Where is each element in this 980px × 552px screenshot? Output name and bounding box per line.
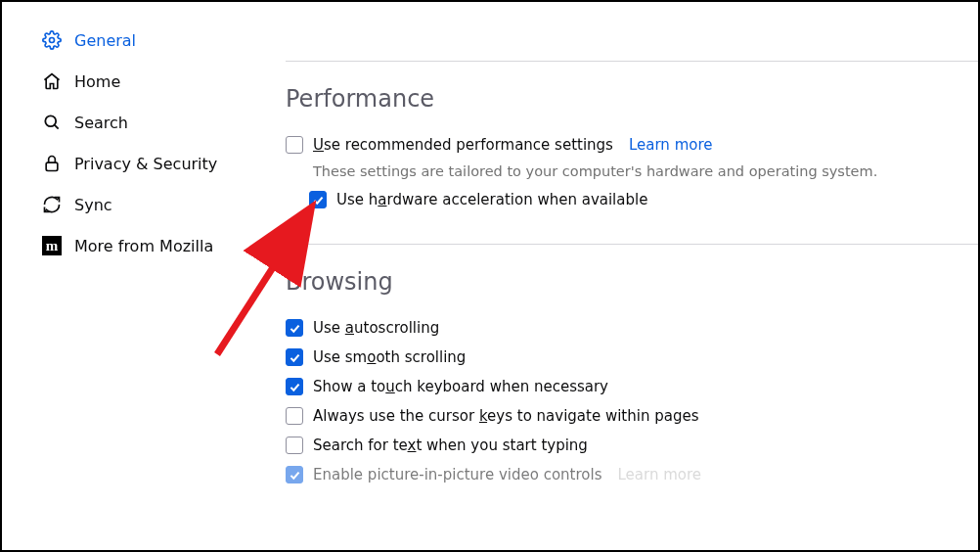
setting-label: Use autoscrolling: [313, 319, 439, 337]
sidebar-item-label: Home: [74, 72, 120, 91]
setting-label: Search for text when you start typing: [313, 437, 588, 454]
gear-icon: [41, 29, 63, 51]
setting-label: Always use the cursor keys to navigate w…: [313, 407, 698, 425]
section-title-browsing: Browsing: [286, 268, 978, 296]
setting-autoscrolling[interactable]: Use autoscrolling: [286, 313, 978, 343]
checkbox-recommended-performance[interactable]: [286, 136, 303, 154]
sidebar-item-label: General: [74, 31, 136, 50]
settings-sidebar: General Home Search Privacy & Security S: [2, 2, 246, 550]
checkbox-search-text-typing[interactable]: [286, 437, 303, 454]
setting-cursor-keys-navigate[interactable]: Always use the cursor keys to navigate w…: [286, 401, 978, 431]
setting-label: Use smooth scrolling: [313, 348, 466, 366]
sync-icon: [41, 194, 63, 215]
sidebar-item-label: Privacy & Security: [74, 155, 217, 173]
checkbox-touch-keyboard[interactable]: [286, 378, 303, 395]
setting-touch-keyboard[interactable]: Show a touch keyboard when necessary: [286, 372, 978, 401]
learn-more-link[interactable]: Learn more: [617, 466, 701, 483]
search-icon: [41, 112, 63, 133]
svg-point-0: [50, 38, 55, 43]
sidebar-item-search[interactable]: Search: [41, 102, 246, 143]
mozilla-icon: m: [41, 235, 63, 256]
section-performance: Performance Use recommended performance …: [286, 61, 978, 244]
sidebar-item-home[interactable]: Home: [41, 61, 246, 102]
setting-picture-in-picture[interactable]: Enable picture-in-picture video controls…: [286, 460, 978, 489]
svg-line-2: [55, 125, 59, 129]
setting-hardware-acceleration[interactable]: Use hardware acceleration when available: [286, 185, 978, 214]
svg-rect-3: [46, 162, 58, 170]
sidebar-item-privacy-security[interactable]: Privacy & Security: [41, 143, 246, 184]
learn-more-link[interactable]: Learn more: [629, 136, 713, 154]
sidebar-item-sync[interactable]: Sync: [41, 184, 246, 225]
checkbox-hardware-acceleration[interactable]: [309, 191, 327, 208]
performance-hint-text: These settings are tailored to your comp…: [286, 160, 978, 185]
section-title-performance: Performance: [286, 85, 978, 113]
sidebar-item-general[interactable]: General: [41, 20, 246, 61]
setting-search-text-typing[interactable]: Search for text when you start typing: [286, 431, 978, 460]
lock-icon: [41, 153, 63, 174]
sidebar-item-label: Search: [74, 114, 128, 132]
home-icon: [41, 70, 63, 92]
checkbox-autoscrolling[interactable]: [286, 319, 303, 337]
sidebar-item-label: Sync: [74, 196, 112, 214]
checkbox-smooth-scrolling[interactable]: [286, 348, 303, 366]
sidebar-item-more-mozilla[interactable]: m More from Mozilla: [41, 225, 246, 266]
setting-smooth-scrolling[interactable]: Use smooth scrolling: [286, 343, 978, 372]
settings-content: Performance Use recommended performance …: [246, 2, 978, 550]
setting-label: Show a touch keyboard when necessary: [313, 378, 608, 395]
section-browsing: Browsing Use autoscrolling Use smooth sc…: [286, 244, 978, 519]
sidebar-item-label: More from Mozilla: [74, 237, 213, 255]
setting-recommended-performance[interactable]: Use recommended performance settings Lea…: [286, 130, 978, 160]
setting-label: Use recommended performance settings: [313, 136, 613, 154]
checkbox-picture-in-picture[interactable]: [286, 466, 303, 483]
setting-label: Use hardware acceleration when available: [336, 191, 647, 208]
checkbox-cursor-keys-navigate[interactable]: [286, 407, 303, 425]
svg-point-1: [45, 115, 56, 126]
setting-label: Enable picture-in-picture video controls: [313, 466, 601, 483]
